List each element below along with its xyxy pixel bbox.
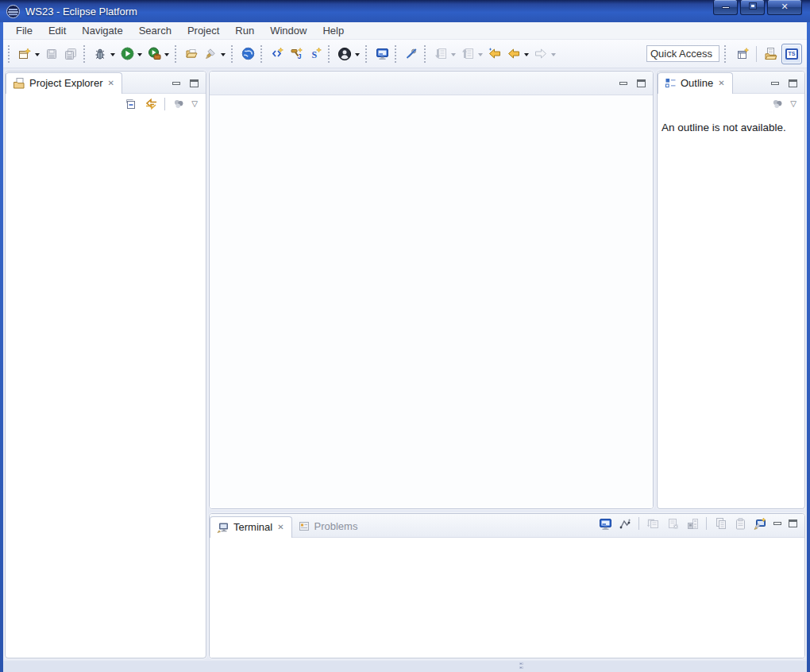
panel-maximize-icon bbox=[789, 519, 797, 527]
menu-help[interactable]: Help bbox=[314, 23, 352, 38]
tab-label: Project Explorer bbox=[29, 77, 102, 89]
menu-window[interactable]: Window bbox=[262, 23, 314, 38]
toolbar-group-handle[interactable] bbox=[424, 45, 428, 63]
link-with-editor-button[interactable] bbox=[143, 96, 159, 112]
collapse-all-button[interactable] bbox=[122, 96, 138, 112]
tab-project-explorer[interactable]: Project Explorer ✕ bbox=[6, 72, 122, 94]
paintbrush-button[interactable] bbox=[201, 44, 220, 64]
debug-dropdown[interactable] bbox=[110, 53, 115, 59]
menu-bar: File Edit Navigate Search Project Run Wi… bbox=[3, 22, 807, 40]
last-edit-location-button[interactable] bbox=[485, 44, 504, 64]
back-dropdown[interactable] bbox=[524, 53, 529, 59]
title-bar[interactable]: WS23 - Eclipse Platform ✕ bbox=[0, 0, 810, 22]
panel-minimize-button[interactable] bbox=[171, 79, 182, 88]
launch-terminal-settings-button[interactable] bbox=[752, 516, 768, 531]
save-button[interactable] bbox=[42, 44, 61, 64]
toolbar-group-handle[interactable] bbox=[175, 45, 179, 63]
menu-file[interactable]: File bbox=[8, 23, 40, 38]
view-filters-button[interactable] bbox=[171, 96, 187, 112]
back-button[interactable] bbox=[504, 44, 523, 64]
tab-outline[interactable]: Outline ✕ bbox=[658, 72, 733, 94]
forward-dropdown[interactable] bbox=[551, 53, 556, 59]
new-terminal-view-button[interactable] bbox=[645, 516, 661, 531]
panel-minimize-button[interactable] bbox=[618, 79, 629, 88]
next-annotation-dropdown[interactable] bbox=[451, 53, 456, 59]
ts-perspective-icon: TS bbox=[785, 48, 798, 60]
forward-button[interactable] bbox=[531, 44, 550, 64]
view-filters-button[interactable] bbox=[770, 96, 785, 112]
paste-button[interactable] bbox=[732, 516, 748, 531]
back-icon bbox=[507, 47, 521, 60]
save-terminal-output-button[interactable] bbox=[665, 516, 681, 531]
menu-run[interactable]: Run bbox=[227, 23, 262, 38]
terminal-body[interactable] bbox=[210, 538, 804, 658]
tab-close-icon[interactable]: ✕ bbox=[276, 523, 284, 531]
save-all-button[interactable] bbox=[61, 44, 80, 64]
connect-terminal-button[interactable] bbox=[617, 516, 633, 531]
toolbar-group-handle[interactable] bbox=[260, 45, 264, 63]
menu-search[interactable]: Search bbox=[131, 23, 179, 38]
tab-label: Outline bbox=[681, 77, 713, 89]
toolbar-group-handle[interactable] bbox=[231, 45, 235, 63]
new-s-file-button[interactable]: S bbox=[306, 44, 325, 64]
paintbrush-dropdown[interactable] bbox=[221, 53, 226, 59]
minimize-button[interactable] bbox=[713, 0, 738, 15]
ts-perspective-button[interactable]: TS bbox=[781, 44, 802, 64]
tab-problems[interactable]: Problems bbox=[292, 516, 364, 537]
open-perspective-button[interactable] bbox=[733, 44, 752, 64]
panel-maximize-button[interactable] bbox=[188, 79, 199, 88]
editor-area bbox=[209, 71, 654, 509]
previous-annotation-icon bbox=[461, 47, 475, 60]
run-dropdown[interactable] bbox=[137, 53, 142, 59]
menu-navigate[interactable]: Navigate bbox=[74, 23, 130, 38]
new-xml-file-button[interactable] bbox=[268, 44, 287, 64]
terminal-buffer-button[interactable] bbox=[685, 516, 700, 531]
toolbar-group-handle[interactable] bbox=[8, 45, 12, 63]
toolbar-group-handle[interactable] bbox=[328, 45, 332, 63]
toolbar-group-handle[interactable] bbox=[365, 45, 369, 63]
tab-close-icon[interactable]: ✕ bbox=[106, 79, 114, 87]
panel-maximize-button[interactable] bbox=[787, 79, 798, 88]
open-terminal-button[interactable] bbox=[372, 44, 392, 64]
web-browser-button[interactable] bbox=[238, 44, 257, 64]
open-task-button[interactable] bbox=[182, 44, 201, 64]
panel-minimize-button[interactable] bbox=[770, 79, 781, 88]
panel-maximize-icon bbox=[637, 79, 646, 87]
editor-canvas[interactable] bbox=[210, 95, 653, 508]
terminal-panel: Terminal ✕ Problems bbox=[209, 513, 805, 658]
resource-perspective-button[interactable] bbox=[761, 44, 781, 64]
new-wizard-dropdown[interactable] bbox=[35, 53, 40, 59]
toolbar-group-handle[interactable] bbox=[83, 45, 87, 63]
panel-maximize-button[interactable] bbox=[787, 519, 798, 528]
tab-terminal[interactable]: Terminal ✕ bbox=[210, 516, 292, 538]
close-button[interactable]: ✕ bbox=[767, 0, 802, 15]
open-terminal-button[interactable] bbox=[597, 516, 613, 531]
paste-icon bbox=[734, 517, 747, 531]
view-menu-icon[interactable]: ▽ bbox=[191, 100, 198, 108]
previous-annotation-button[interactable] bbox=[458, 44, 477, 64]
menu-edit[interactable]: Edit bbox=[40, 23, 74, 38]
user-account-button[interactable] bbox=[335, 44, 354, 64]
next-annotation-button[interactable] bbox=[431, 44, 450, 64]
previous-annotation-dropdown[interactable] bbox=[478, 53, 483, 59]
panel-minimize-button[interactable] bbox=[772, 519, 783, 528]
maximize-button[interactable] bbox=[740, 0, 765, 15]
run-button[interactable] bbox=[118, 44, 137, 64]
project-explorer-tree[interactable] bbox=[6, 114, 206, 639]
sash-drag-handle[interactable] bbox=[518, 662, 524, 670]
debug-button[interactable] bbox=[91, 44, 110, 64]
copy-button[interactable] bbox=[712, 516, 728, 531]
user-account-dropdown[interactable] bbox=[355, 53, 360, 59]
external-tools-dropdown[interactable] bbox=[164, 53, 169, 59]
pin-slash-button[interactable] bbox=[402, 44, 421, 64]
quick-access-input[interactable] bbox=[646, 45, 719, 62]
external-tools-button[interactable] bbox=[145, 44, 164, 64]
new-wizard-button[interactable] bbox=[15, 44, 34, 64]
toolbar-group-handle[interactable] bbox=[724, 45, 728, 63]
menu-project[interactable]: Project bbox=[179, 23, 227, 38]
new-hammer-j-button[interactable]: J bbox=[287, 44, 306, 64]
panel-maximize-button[interactable] bbox=[635, 79, 646, 88]
toolbar-group-handle[interactable] bbox=[395, 45, 399, 63]
view-menu-icon[interactable]: ▽ bbox=[790, 100, 796, 108]
tab-close-icon[interactable]: ✕ bbox=[717, 79, 725, 87]
